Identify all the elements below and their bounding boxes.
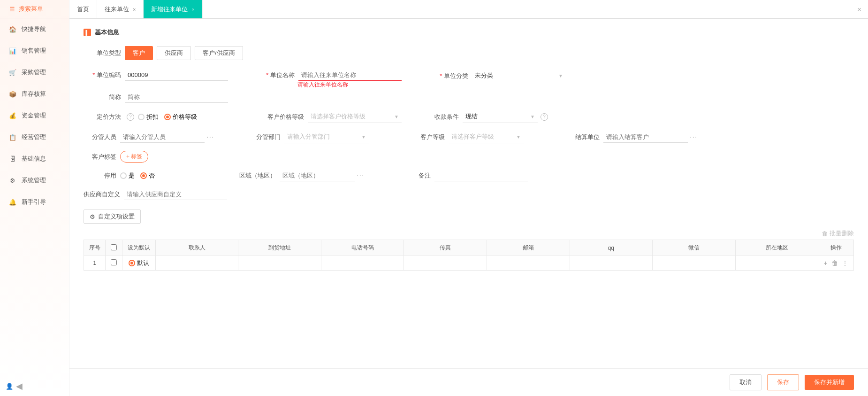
- cell-ops: + 🗑 ⋮: [818, 256, 854, 271]
- settlement-input[interactable]: [603, 132, 688, 143]
- sidebar-search[interactable]: ☰ 搜索菜单: [0, 0, 69, 18]
- sidebar-item-label-quick-nav: 快捷导航: [22, 25, 46, 33]
- col-fax: 传真: [404, 240, 487, 256]
- qq-input[interactable]: [575, 260, 648, 266]
- operations-icon: 📋: [8, 132, 18, 142]
- phone-input[interactable]: [326, 260, 399, 266]
- sidebar-item-quick-nav[interactable]: 🏠 快捷导航: [0, 18, 69, 40]
- row-default-radio[interactable]: [129, 260, 135, 266]
- col-address: 到货地址: [238, 240, 321, 256]
- tab-home-label: 首页: [77, 5, 89, 14]
- table-row: 1 默认: [84, 256, 854, 271]
- sidebar-item-label-finance: 资金管理: [22, 111, 46, 120]
- radio-yes-label: 是: [129, 171, 135, 180]
- row-delete-btn[interactable]: 🗑: [831, 259, 838, 267]
- save-new-button[interactable]: 保存并新增: [805, 375, 854, 390]
- row-drag-handle[interactable]: ⋮: [842, 259, 848, 267]
- batch-delete-btn[interactable]: 🗑 批量删除: [822, 229, 854, 238]
- pricing-row: 定价方法 ? 折扣 价格等级 客户价格等级 请选择客户价格等级: [84, 110, 854, 123]
- address-input[interactable]: [243, 260, 316, 266]
- customer-tag-row: 客户标签 + 标签: [84, 151, 854, 163]
- unit-type-row: 单位类型 客户 供应商 客户/供应商: [84, 46, 854, 60]
- unit-category-select[interactable]: 未分类 ▼: [472, 70, 566, 82]
- cell-region[interactable]: [735, 256, 818, 271]
- customer-level-select[interactable]: 请选择客户等级 ▼: [449, 131, 524, 143]
- row-add-btn[interactable]: +: [824, 259, 828, 267]
- cell-phone[interactable]: [321, 256, 404, 271]
- supplier-custom-input[interactable]: [124, 189, 227, 200]
- short-name-label: 简称: [84, 93, 121, 101]
- tab-new-counterparty-close[interactable]: ×: [191, 7, 194, 12]
- radio-grade-label: 价格等级: [173, 113, 197, 121]
- cell-qq[interactable]: [570, 256, 653, 271]
- pricing-help-icon[interactable]: ?: [127, 113, 134, 121]
- sidebar-item-sales[interactable]: 📊 销售管理: [0, 40, 69, 62]
- search-icon: ☰: [9, 6, 15, 13]
- cell-email[interactable]: [487, 256, 570, 271]
- disable-region-row: 停用 是 否 区域（地区） ···: [84, 170, 854, 181]
- close-all-tabs[interactable]: ×: [851, 5, 868, 13]
- col-phone: 电话号码: [321, 240, 404, 256]
- cell-fax[interactable]: [404, 256, 487, 271]
- unit-type-both-btn[interactable]: 客户/供应商: [195, 46, 243, 60]
- unit-code-input[interactable]: [125, 70, 228, 81]
- form-content: ▌ 基本信息 单位类型 客户 供应商 客户/供应商 单位编码 单位名称: [69, 19, 868, 368]
- dept-select[interactable]: 请输入分管部门 ▼: [284, 131, 369, 143]
- region-more-btn[interactable]: ···: [357, 171, 364, 180]
- tab-counterparty[interactable]: 往来单位 ×: [97, 0, 144, 18]
- manager-input[interactable]: [120, 132, 205, 143]
- custom-settings-btn[interactable]: ⚙ 自定义项设置: [84, 210, 141, 224]
- unit-category-block: 单位分类 未分类 ▼: [431, 70, 590, 82]
- sidebar-collapse-icon[interactable]: ◀: [16, 381, 23, 391]
- table-region-input[interactable]: [740, 260, 814, 266]
- settlement-more-btn[interactable]: ···: [690, 133, 697, 141]
- add-tag-btn[interactable]: + 标签: [120, 151, 148, 163]
- tab-new-counterparty-label: 新增往来单位: [151, 5, 188, 14]
- col-qq: qq: [570, 240, 653, 256]
- cell-wechat[interactable]: [653, 256, 736, 271]
- unit-type-customer-btn[interactable]: 客户: [125, 46, 153, 60]
- region-input[interactable]: [280, 170, 355, 181]
- cancel-button[interactable]: 取消: [730, 374, 761, 390]
- unit-name-input[interactable]: [298, 70, 402, 81]
- fax-input[interactable]: [409, 260, 482, 266]
- contact-input[interactable]: [160, 260, 234, 266]
- radio-disable-no[interactable]: 否: [140, 171, 155, 180]
- sidebar-item-finance[interactable]: 💰 资金管理: [0, 105, 69, 126]
- customer-price-select[interactable]: 请选择客户价格等级 ▼: [308, 110, 402, 123]
- remark-input[interactable]: [434, 170, 528, 181]
- cell-default: 默认: [122, 256, 155, 271]
- sidebar-item-system[interactable]: ⚙ 系统管理: [0, 170, 69, 191]
- radio-discount[interactable]: 折扣: [138, 113, 159, 121]
- tab-counterparty-close[interactable]: ×: [133, 7, 136, 12]
- contacts-table: 序号 设为默认 联系人 到货地址 电话号码 传真 邮箱 qq 微信 所在地区 操…: [84, 240, 854, 271]
- short-name-input[interactable]: [125, 92, 228, 103]
- sidebar-item-basic-info[interactable]: 🗄 基础信息: [0, 148, 69, 170]
- select-all-checkbox[interactable]: [111, 244, 117, 250]
- row-checkbox[interactable]: [111, 259, 117, 265]
- unit-type-buttons: 客户 供应商 客户/供应商: [125, 46, 243, 60]
- radio-grade[interactable]: 价格等级: [164, 113, 197, 121]
- sidebar-item-inventory[interactable]: 📦 库存核算: [0, 83, 69, 105]
- unit-category-label: 单位分类: [431, 72, 468, 80]
- sidebar-item-operations[interactable]: 📋 经营管理: [0, 126, 69, 148]
- radio-disable-yes[interactable]: 是: [120, 171, 135, 180]
- col-ops: 操作: [818, 240, 854, 256]
- save-button[interactable]: 保存: [767, 374, 799, 390]
- tab-new-counterparty[interactable]: 新增往来单位 ×: [144, 0, 202, 18]
- manager-more-btn[interactable]: ···: [206, 133, 214, 141]
- system-icon: ⚙: [8, 175, 18, 186]
- radio-grade-circle: [164, 114, 171, 120]
- customer-price-placeholder: 请选择客户价格等级: [311, 112, 391, 121]
- sidebar-item-purchase[interactable]: 🛒 采购管理: [0, 62, 69, 83]
- sidebar-item-guide[interactable]: 🔔 新手引导: [0, 191, 69, 213]
- unit-type-supplier-btn[interactable]: 供应商: [157, 46, 191, 60]
- payment-help-icon[interactable]: ?: [541, 113, 548, 121]
- email-input[interactable]: [492, 260, 565, 266]
- tab-home[interactable]: 首页: [69, 0, 97, 18]
- cell-address[interactable]: [238, 256, 321, 271]
- dept-label: 分管部门: [248, 133, 281, 141]
- wechat-input[interactable]: [657, 260, 731, 266]
- cell-contact[interactable]: [155, 256, 238, 271]
- payment-condition-select[interactable]: 现结 ▼: [463, 110, 538, 123]
